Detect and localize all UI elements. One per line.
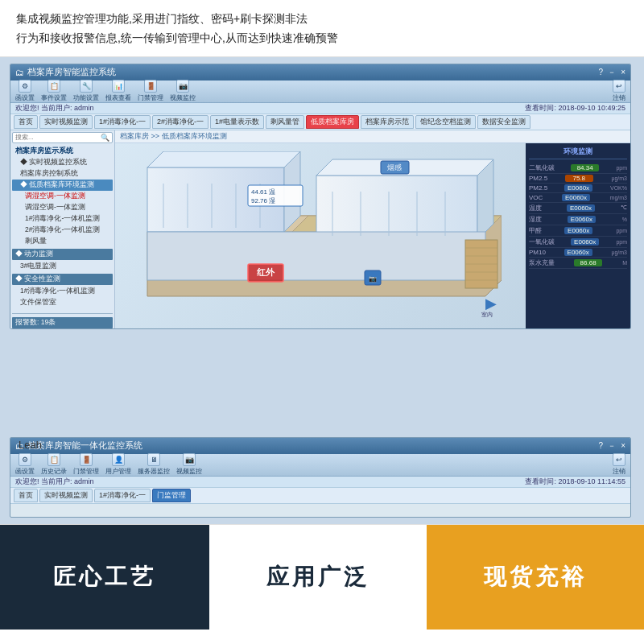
main-body: 📷 44.61 温 92.76 湿 烟感 红外 [115,143,630,329]
nav-bottom-purify[interactable]: 1#消毒净化-一 [94,489,151,502]
close-button[interactable]: × [621,68,625,76]
toolbar-btn-config[interactable]: ⚙ 函设置 [15,80,35,102]
sidebar-header1: 档案库房监示系统 [12,146,113,157]
window-top: 🗂 档案库房智能监控系统 ? － × ⚙ 函设置 📋 事件设置 🔧 功能设置 [10,64,631,329]
toolbar-bottom-video[interactable]: 📷 视频监控 [176,453,202,476]
main-content: 档案库房 >> 低质档案库环境监测 [115,130,630,329]
env-panel-title: 环境监测 [529,147,627,159]
toolbar-bottom-history[interactable]: 📋 历史记录 [41,453,67,476]
nav-bottom-access[interactable]: 门监管理 [152,489,191,502]
env-pm25: PM2.5 75.8 μg/m3 [529,174,627,184]
floor-plan: 📷 44.61 温 92.76 湿 烟感 红外 [115,143,526,329]
icon-toolbar-bottom: ⚙ 函设置 📋 历史记录 🚪 门禁管理 👤 用户管理 🖥 服务器监控 📷 [10,454,630,477]
help-button-b[interactable]: ? [599,441,604,450]
nav-demo[interactable]: 档案库房示范 [361,115,414,129]
toolbar-bottom-users[interactable]: 👤 用户管理 [105,453,131,476]
alarm-header: 报警数: 19条 [12,317,113,328]
env-formaldehyde: 甲醛 E0060x ppm [529,225,627,237]
window-bottom: 🗂 档案库房智能一体化监控系统 ? － × ⚙ 函设置 📋 历史记录 🚪 门禁管… [10,437,631,518]
titlebar-bottom-right: ? － × [599,440,625,452]
toolbar-btn-functions[interactable]: 🔧 功能设置 [73,80,99,102]
window-bottom-title: 档案库房智能一体化监控系统 [27,440,142,452]
intro-line2: 行为和接收报警信息,统一传输到管理中心,从而达到快速准确预警 [16,29,628,48]
toolbar-btn-events[interactable]: 📋 事件设置 [41,80,67,102]
intro-line1: 集成视频监控管理功能,采用进门指纹、密码+刷卡探测非法 [16,10,628,29]
nav-data-security[interactable]: 数据安全监测 [477,115,530,129]
nav-bottom-home[interactable]: 首页 [14,489,38,502]
toolbar-btn-logout[interactable]: ↩ 注销 [613,80,625,102]
toolbar-bottom-server[interactable]: 🖥 服务器监控 [138,453,170,476]
window-bottom-titlebar: 🗂 档案库房智能一体化监控系统 ? － × [10,438,630,454]
leah-label: Leah [19,439,42,451]
sidebar-humidifier1[interactable]: 调湿空调-一体监测 [12,191,113,202]
svg-text:烟感: 烟感 [387,163,402,171]
intro-text-section: 集成视频监控管理功能,采用进门指纹、密码+刷卡探测非法 行为和接收报警信息,统一… [0,0,644,57]
toolbar-bottom-config[interactable]: ⚙ 函设置 [15,453,35,476]
sidebar-archive-env[interactable]: ◆ 低质档案库环境监测 [12,180,113,191]
sidebar-file-room[interactable]: 文件保管室 [12,297,113,308]
bottom-marketing: 匠心工艺 应用广泛 现货充裕 [0,524,644,629]
screenshot-area: 🗂 档案库房智能监控系统 ? － × ⚙ 函设置 📋 事件设置 🔧 功能设置 [0,57,644,524]
titlebar-left: 🗂 档案库房智能监控系统 [15,66,116,78]
search-input[interactable] [15,134,101,141]
nav-archive[interactable]: 低质档案库房 [306,115,359,129]
sidebar-security-purify[interactable]: 1#消毒净化-一体机监测 [12,286,113,297]
svg-text:▶: ▶ [485,295,497,312]
env-panel: 环境监测 二氧化碳 84.34 ppm PM2.5 75.8 μg/m3 [526,143,630,329]
nav-wind[interactable]: 剩风量管 [266,115,304,129]
sidebar-purify1[interactable]: 1#消毒净化-一体机监测 [12,213,113,225]
env-pm10: PM10 E0060x μg/m3 [529,248,627,258]
toolbar-bottom-logout[interactable]: ↩ 注销 [613,453,625,476]
sidebar: 🔍 档案库房监示系统 ◆ 实时视频监控系统 档案库房控制系统 ◆ 低质档案库环境… [10,130,115,329]
bottom-left-text: 匠心工艺 [53,562,156,592]
nav-home[interactable]: 首页 [14,115,38,129]
bottom-left-panel: 匠心工艺 [0,525,209,630]
nav-purify2[interactable]: 2#消毒净化-一 [152,115,208,129]
bottom-right-text: 现货充裕 [484,562,587,592]
sidebar-power-item[interactable]: 3#电显监测 [12,261,113,272]
svg-text:红外: 红外 [256,267,275,277]
nav-power[interactable]: 1#电量表示数 [210,115,264,129]
search-icon: 🔍 [101,134,109,142]
nav-commemorate[interactable]: 馆纪念空档监测 [415,115,476,129]
svg-text:📷: 📷 [369,275,377,283]
env-voc: VOC E0060x mg/m3 [529,193,627,203]
sidebar-humidifier2[interactable]: 调湿空调-一体监测 [12,202,113,213]
toolbar-bottom-access[interactable]: 🚪 门禁管理 [73,453,99,476]
svg-text:室内: 室内 [481,312,493,317]
env-temp: 温度 E0060x ℃ [529,203,627,214]
datetime-text-b: 查看时间: 2018-09-10 11:14:55 [525,477,625,487]
toolbar-btn-access[interactable]: 🚪 门禁管理 [138,80,163,102]
info-bar-bottom: 欢迎您! 当前用户: admin 查看时间: 2018-09-10 11:14:… [10,477,630,488]
sidebar-purify2[interactable]: 2#消毒净化-一体机监测 [12,225,113,236]
svg-text:92.76 湿: 92.76 湿 [251,197,275,204]
sidebar-video[interactable]: ◆ 实时视频监控系统 [12,157,113,168]
sidebar-search[interactable]: 🔍 [12,132,113,143]
svg-marker-4 [147,151,300,167]
nav-video[interactable]: 实时视频监测 [39,115,93,129]
window-content: 🔍 档案库房监示系统 ◆ 实时视频监控系统 档案库房控制系统 ◆ 低质档案库环境… [10,130,630,329]
nav-purify1[interactable]: 1#消毒净化-一 [94,115,151,129]
sidebar-wind[interactable]: 剩风量 [12,236,113,247]
env-vok: PM2.5 E0060x VOK% [529,184,627,193]
bottom-middle-text: 应用广泛 [266,562,369,592]
sidebar-power-header: ◆ 动力监测 [12,249,113,260]
sidebar-security-header: ◆ 安全性监测 [12,274,113,285]
sidebar-archive-control[interactable]: 档案库房控制系统 [12,168,113,180]
minimize-button-b[interactable]: － [608,440,616,452]
help-button[interactable]: ? [599,68,604,76]
svg-rect-6 [316,175,477,240]
close-button-b[interactable]: × [621,441,625,450]
floor-svg: 📷 44.61 温 92.76 湿 烟感 红外 [131,151,502,320]
nav-tabs-top: 首页 实时视频监测 1#消毒净化-一 2#消毒净化-一 1#电量表示数 剩风量管… [10,114,630,130]
breadcrumb: 档案库房 >> 低质档案库环境监测 [115,130,630,143]
toolbar-btn-video[interactable]: 📷 视频监控 [170,80,196,102]
minimize-button[interactable]: － [608,67,616,78]
floor-3d-model: 📷 44.61 温 92.76 湿 烟感 红外 [131,151,502,320]
env-humidity: 湿度 E0060x % [529,214,627,225]
toolbar-btn-reports[interactable]: 📊 报表查看 [105,80,131,102]
bottom-right-panel: 现货充裕 [427,525,644,630]
window-top-titlebar: 🗂 档案库房智能监控系统 ? － × [10,64,630,80]
nav-bottom-video[interactable]: 实时视频监测 [39,489,93,502]
welcome-text: 欢迎您! 当前用户: admin [15,103,94,114]
